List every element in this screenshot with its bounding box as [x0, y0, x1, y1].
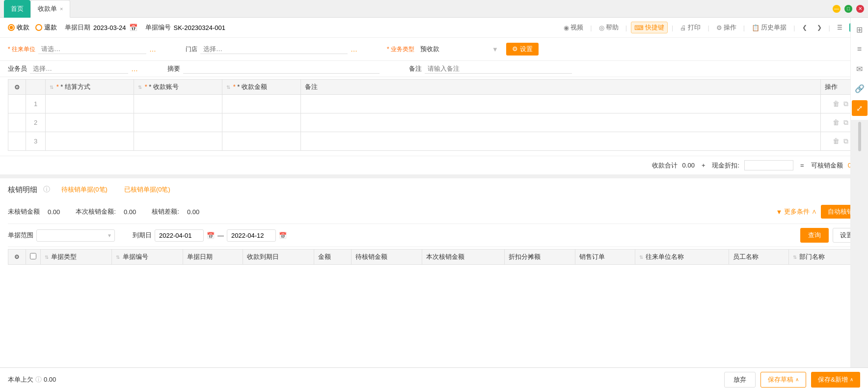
operation-button[interactable]: ⚙ 操作 — [713, 22, 739, 33]
store-more-icon[interactable]: … — [351, 45, 357, 53]
maximize-button[interactable]: □ — [844, 5, 852, 13]
row1-copy-icon[interactable]: ⧉ — [843, 100, 848, 108]
verify-info-icon[interactable]: ⓘ — [43, 185, 50, 194]
number-value: SK-20230324-001 — [174, 24, 226, 31]
tab-receipt-label: 收款单 — [38, 4, 57, 13]
help-icon: ◎ — [599, 24, 604, 31]
refund-radio-label[interactable]: 退款 — [35, 23, 57, 32]
settings-col-header[interactable]: ⚙ — [8, 80, 26, 95]
row3-account-cell[interactable] — [134, 132, 222, 151]
row2-account-cell[interactable] — [134, 113, 222, 132]
row2-remark-cell[interactable] — [301, 113, 821, 132]
date-to-input[interactable] — [227, 229, 276, 242]
settle-col-header: ⇅ * * 结算方式 — [46, 80, 134, 95]
row1-remark-cell[interactable] — [301, 95, 821, 113]
date-from-input[interactable] — [155, 229, 204, 242]
sub-settings-col[interactable]: ⚙ — [8, 250, 26, 265]
row2-copy-icon[interactable]: ⧉ — [843, 118, 848, 127]
help-button[interactable]: ◎ 帮助 — [596, 22, 622, 33]
business-type-value: 预收款 — [420, 45, 450, 54]
row1-delete-icon[interactable]: 🗑 — [833, 100, 840, 108]
refund-radio-circle — [35, 24, 42, 31]
sum-value: 0.00 — [682, 162, 695, 169]
tab-receipt[interactable]: 收款单 × — [30, 0, 70, 18]
row3-copy-icon[interactable]: ⧉ — [843, 137, 848, 145]
range-label: 单据范围 — [8, 231, 33, 240]
row3-amount-cell[interactable] — [222, 132, 301, 151]
date-value: 2023-03-24 — [93, 24, 126, 31]
row2-settle-cell[interactable] — [46, 113, 134, 132]
abandon-button[interactable]: 放弃 — [724, 372, 756, 388]
business-type-dropdown-icon[interactable]: ▼ — [492, 46, 498, 53]
settings-button[interactable]: ⚙ 设置 — [506, 43, 539, 56]
row1-amount-cell[interactable] — [222, 95, 301, 113]
receipt-table: ⚙ ⇅ * * 结算方式 ⇅ * * 收款账号 ⇅ * — [8, 79, 860, 151]
row3-index-cell: 3 — [26, 132, 46, 151]
history-button[interactable]: 📋 历史单据 — [749, 22, 789, 33]
select-all-checkbox[interactable] — [30, 253, 36, 259]
footer-info-icon[interactable]: ⓘ — [35, 375, 42, 384]
receipt-radio-circle — [8, 24, 15, 31]
staff-input[interactable] — [30, 64, 128, 74]
row3-settle-cell[interactable] — [46, 132, 134, 151]
counterparty-more-icon[interactable]: … — [149, 45, 156, 53]
counterparty-input[interactable] — [38, 44, 146, 54]
footer-actions: 放弃 保存草稿 ∧ 保存&新增 ∧ — [724, 372, 860, 388]
account-col-header: ⇅ * * 收款账号 — [134, 80, 222, 95]
panel-list-icon[interactable]: ≡ — [852, 41, 868, 57]
tab-home[interactable]: 首页 — [4, 0, 30, 18]
save-draft-button[interactable]: 保存草稿 ∧ — [760, 372, 806, 388]
tab-close-icon[interactable]: × — [60, 6, 63, 12]
video-button[interactable]: ◉ 视频 — [561, 22, 586, 33]
scrollbar-thumb[interactable] — [858, 122, 861, 151]
receipt-radio-label[interactable]: 收款 — [8, 23, 29, 32]
date-from-calendar-icon[interactable]: 📅 — [207, 232, 215, 239]
refund-radio-text: 退款 — [44, 23, 57, 32]
table-row: 2 🗑 ⧉ — [8, 113, 860, 132]
row1-account-cell[interactable] — [134, 95, 222, 113]
row1-settle-cell[interactable] — [46, 95, 134, 113]
history-label: 历史单据 — [761, 23, 787, 32]
close-button[interactable]: ✕ — [856, 5, 864, 13]
panel-mail-icon[interactable]: ✉ — [852, 61, 868, 77]
shortcut-button[interactable]: ⌨ 快捷键 — [631, 22, 668, 33]
query-button[interactable]: 查询 — [800, 228, 829, 243]
video-icon: ◉ — [564, 24, 569, 31]
store-field: 门店 … — [186, 43, 357, 56]
completed-tab[interactable]: 已核销单据(0笔) — [119, 183, 176, 196]
store-input[interactable] — [200, 44, 348, 54]
row3-remark-cell[interactable] — [301, 132, 821, 151]
row3-delete-icon[interactable]: 🗑 — [833, 137, 840, 145]
discount-input[interactable] — [744, 160, 793, 170]
sub-check-col — [26, 250, 41, 265]
panel-table-icon[interactable]: ⊞ — [852, 22, 868, 37]
save-new-button[interactable]: 保存&新增 ∧ — [811, 372, 860, 388]
staff-more-icon[interactable]: … — [131, 65, 138, 73]
print-button[interactable]: 🖨 打印 — [677, 22, 704, 33]
row3-settings-cell — [8, 132, 26, 151]
row2-index-cell: 2 — [26, 113, 46, 132]
remark-input[interactable] — [425, 64, 572, 74]
calendar-icon[interactable]: 📅 — [129, 24, 137, 31]
summary-input[interactable] — [183, 64, 380, 74]
panel-link-icon[interactable]: 🔗 — [852, 81, 868, 96]
counterparty-field: * 往来单位 … — [8, 43, 156, 56]
menu-button[interactable]: ☰ — [834, 23, 845, 32]
minimize-button[interactable]: — — [833, 5, 841, 13]
date-to-calendar-icon[interactable]: 📅 — [279, 232, 287, 239]
verify-toolbar: ▼ 更多条件 ∧ 自动核销 — [776, 202, 861, 222]
range-select[interactable] — [36, 229, 115, 242]
print-label: 打印 — [688, 23, 701, 32]
footer-info-label: 本单上欠 — [8, 375, 33, 384]
sub-staff-col: 员工名称 — [729, 250, 789, 265]
number-label: 单据编号 — [145, 23, 171, 32]
video-label: 视频 — [570, 23, 583, 32]
pending-tab[interactable]: 待核销单据(0笔) — [56, 183, 113, 196]
row2-amount-cell[interactable] — [222, 113, 301, 132]
row2-delete-icon[interactable]: 🗑 — [833, 118, 840, 127]
prev-button[interactable]: ❮ — [799, 23, 810, 32]
panel-expand-icon[interactable]: ⤢ — [852, 100, 868, 116]
window-controls: — □ ✕ — [833, 5, 864, 13]
next-button[interactable]: ❯ — [814, 23, 825, 32]
filter-button[interactable]: ▼ 更多条件 ∧ — [776, 207, 817, 216]
